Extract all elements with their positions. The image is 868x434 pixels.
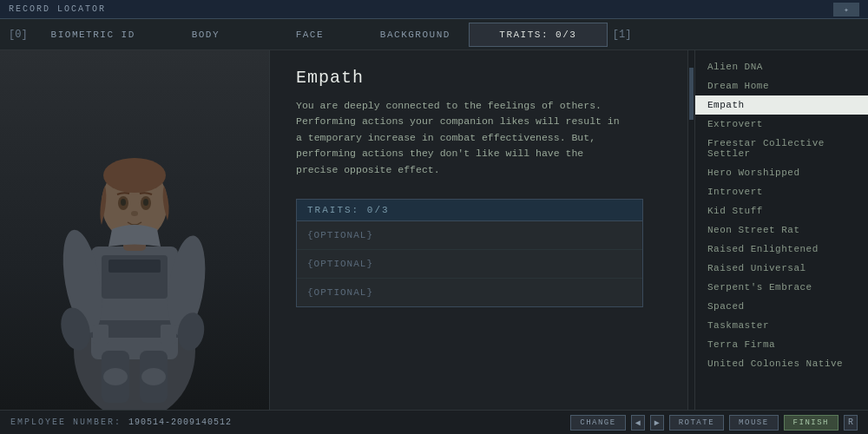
main-scroll-track[interactable] bbox=[687, 50, 694, 411]
trait-list-item-extrovert[interactable]: Extrovert bbox=[695, 115, 868, 134]
trait-list-item-taskmaster[interactable]: Taskmaster bbox=[695, 316, 868, 335]
record-locator-title: RECORD LOCATOR bbox=[9, 4, 106, 14]
bottom-bar: EMPLOYEE NUMBER: 190514-2009140512 CHANG… bbox=[0, 410, 868, 434]
trait-list-item-introvert[interactable]: Introvert bbox=[695, 182, 868, 201]
trait-list-item-spaced[interactable]: Spaced bbox=[695, 297, 868, 316]
svg-rect-3 bbox=[108, 260, 161, 273]
trait-list-item-united-colonies[interactable]: United Colonies Native bbox=[695, 354, 868, 373]
svg-rect-18 bbox=[161, 325, 176, 344]
trait-slot-1[interactable]: {OPTIONAL} bbox=[297, 221, 642, 250]
trait-slot-2[interactable]: {OPTIONAL} bbox=[297, 250, 642, 279]
tab-body[interactable]: BODY bbox=[154, 23, 258, 47]
trait-description: You are deeply connected to the feelings… bbox=[296, 98, 626, 178]
traits-selector-box: TRAITS: 0/3 {OPTIONAL} {OPTIONAL} {OPTIO… bbox=[296, 199, 643, 307]
nav-left-bracket[interactable]: [0] bbox=[3, 29, 33, 41]
traits-list: Alien DNADream HomeEmpathExtrovertFreest… bbox=[694, 50, 868, 411]
trait-list-item-alien-dna[interactable]: Alien DNA bbox=[695, 57, 868, 76]
finish-button[interactable]: FINISH bbox=[784, 415, 838, 431]
tab-biometric[interactable]: BIOMETRIC ID bbox=[33, 23, 154, 47]
svg-point-15 bbox=[143, 199, 148, 206]
arrow-left-button[interactable]: ◀ bbox=[631, 415, 645, 431]
trait-list-item-neon-street-rat[interactable]: Neon Street Rat bbox=[695, 220, 868, 240]
tab-background[interactable]: BACKGROUND bbox=[362, 23, 469, 47]
trait-list-item-raised-universal[interactable]: Raised Universal bbox=[695, 259, 868, 278]
trait-list-item-hero-worshipped[interactable]: Hero Worshipped bbox=[695, 163, 868, 182]
logo-icon: ✦ bbox=[833, 3, 859, 16]
tab-face[interactable]: FACE bbox=[258, 23, 362, 47]
info-panel: Empath You are deeply connected to the f… bbox=[269, 50, 687, 411]
trait-name: Empath bbox=[296, 68, 661, 88]
trait-list-item-serpents-embrace[interactable]: Serpent's Embrace bbox=[695, 278, 868, 297]
bottom-actions: CHANGE ◀ ▶ ROTATE MOUSE FINISH R bbox=[570, 415, 858, 431]
trait-slot-3[interactable]: {OPTIONAL} bbox=[297, 279, 642, 306]
mouse-button[interactable]: MOUSE bbox=[729, 415, 779, 431]
trait-list-item-freestar[interactable]: Freestar Collective Settler bbox=[695, 134, 868, 163]
trait-list-item-kid-stuff[interactable]: Kid Stuff bbox=[695, 201, 868, 220]
tab-traits[interactable]: TRAITS: 0/3 bbox=[469, 23, 608, 47]
arrow-right-button[interactable]: ▶ bbox=[650, 415, 664, 431]
top-bar: RECORD LOCATOR ✦ bbox=[0, 0, 868, 19]
svg-point-22 bbox=[141, 368, 166, 385]
nav-right-bracket[interactable]: [1] bbox=[608, 29, 637, 41]
character-portrait bbox=[39, 73, 230, 411]
trait-list-item-dream-home[interactable]: Dream Home bbox=[695, 76, 868, 95]
svg-point-21 bbox=[103, 368, 128, 385]
trait-list-item-terra-firma[interactable]: Terra Firma bbox=[695, 335, 868, 354]
svg-rect-17 bbox=[93, 325, 108, 344]
trait-list-item-raised-enlightened[interactable]: Raised Enlightened bbox=[695, 240, 868, 259]
traits-box-header: TRAITS: 0/3 bbox=[297, 200, 642, 221]
employee-number: 190514-2009140512 bbox=[128, 418, 232, 427]
portrait-area bbox=[0, 50, 269, 411]
main-content: Empath You are deeply connected to the f… bbox=[0, 50, 868, 411]
svg-point-14 bbox=[121, 199, 126, 206]
change-button[interactable]: CHANGE bbox=[570, 415, 625, 431]
employee-label: EMPLOYEE NUMBER: bbox=[10, 418, 122, 427]
scroll-thumb[interactable] bbox=[689, 68, 694, 120]
svg-point-16 bbox=[131, 211, 138, 216]
rotate-button[interactable]: ROTATE bbox=[669, 415, 724, 431]
finish-key[interactable]: R bbox=[844, 415, 858, 431]
nav-tabs: [0] BIOMETRIC ID BODY FACE BACKGROUND TR… bbox=[0, 19, 868, 50]
svg-point-11 bbox=[103, 158, 166, 193]
trait-list-item-empath[interactable]: Empath bbox=[695, 95, 868, 115]
